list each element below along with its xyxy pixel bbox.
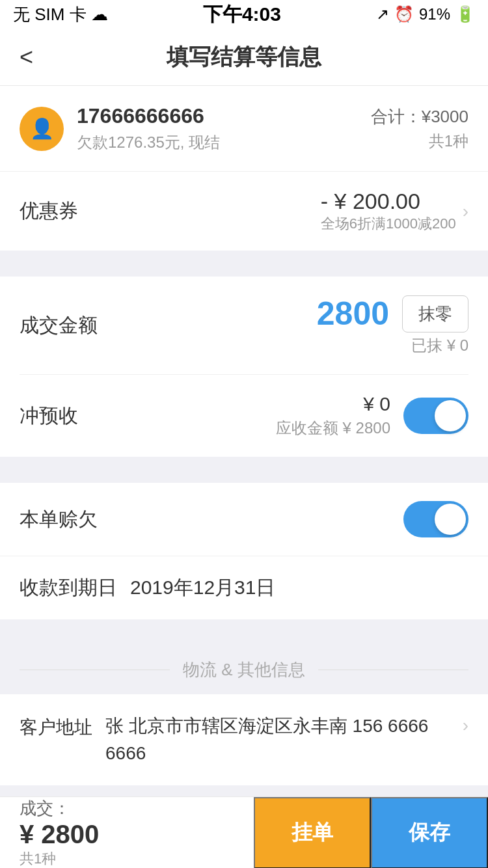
coupon-label: 优惠券 [20, 198, 78, 224]
status-right: ↗ ⏰ 91% 🔋 [376, 5, 475, 23]
transaction-amount-row: 成交金额 2800 抹零 已抹 ¥ 0 [20, 277, 468, 375]
nav-bar: < 填写结算等信息 [0, 29, 488, 86]
transaction-sub: 已抹 ¥ 0 [317, 335, 468, 356]
status-left: 无 SIM 卡 ☁ [13, 3, 108, 26]
address-label: 客户地址 [20, 712, 92, 740]
separator-3 [0, 632, 488, 645]
header-line-left [20, 670, 170, 670]
total-label: 合计：¥3000 [371, 105, 468, 128]
transaction-right: 2800 抹零 [317, 295, 468, 332]
coupon-right: - ¥ 200.00 全场6折满1000减200 › [321, 189, 468, 234]
pending-button[interactable]: 挂单 [254, 797, 371, 869]
debt-row: 本单赊欠 [0, 483, 488, 556]
customer-row: 👤 17666666666 欠款1276.35元, 现结 合计：¥3000 共1… [0, 86, 488, 171]
bottom-amount: ¥ 2800 [20, 820, 234, 849]
page-title: 填写结算等信息 [167, 42, 321, 72]
content: 👤 17666666666 欠款1276.35元, 现结 合计：¥3000 共1… [0, 86, 488, 868]
status-time: 下午4:03 [203, 1, 281, 28]
separator-2 [0, 470, 488, 483]
customer-info: 17666666666 欠款1276.35元, 现结 [77, 104, 220, 153]
prepay-amount: ¥ 0 [276, 393, 390, 415]
duedate-value: 2019年12月31日 [130, 575, 275, 601]
debt-label: 本单赊欠 [20, 506, 98, 533]
avatar: 👤 [20, 107, 64, 151]
prepay-toggle[interactable] [403, 398, 468, 434]
bottom-deal-label: 成交： [20, 797, 234, 820]
separator-1 [0, 264, 488, 277]
save-button[interactable]: 保存 [371, 797, 488, 869]
customer-total: 合计：¥3000 共1种 [371, 105, 468, 152]
amount-section: 成交金额 2800 抹零 已抹 ¥ 0 冲预收 ¥ 0 应收金额 ¥ 2800 [0, 277, 488, 457]
coupon-desc: 全场6折满1000减200 [321, 214, 456, 234]
address-row[interactable]: 客户地址 张 北京市市辖区海淀区永丰南 156 6666 6666 › [0, 694, 488, 785]
bottom-bar: 成交： ¥ 2800 共1种 挂单 保存 [0, 796, 488, 868]
status-bar: 无 SIM 卡 ☁ 下午4:03 ↗ ⏰ 91% 🔋 [0, 0, 488, 29]
sim-status: 无 SIM 卡 ☁ [13, 3, 108, 26]
customer-left: 👤 17666666666 欠款1276.35元, 现结 [20, 104, 220, 153]
battery-icon: 🔋 [455, 5, 475, 23]
location-icon: ↗ [376, 5, 389, 23]
debt-toggle[interactable] [403, 501, 468, 537]
customer-phone: 17666666666 [77, 104, 220, 128]
prepay-sub: 应收金额 ¥ 2800 [276, 418, 390, 439]
battery-level: 91% [419, 5, 450, 23]
customer-debt: 欠款1276.35元, 现结 [77, 132, 220, 153]
round-button[interactable]: 抹零 [402, 295, 468, 332]
back-button[interactable]: < [20, 44, 33, 71]
header-line-right [318, 670, 468, 670]
chevron-right-icon: › [463, 201, 468, 222]
prepay-values: ¥ 0 应收金额 ¥ 2800 [276, 393, 390, 439]
address-chevron: › [463, 712, 468, 736]
customer-card: 👤 17666666666 欠款1276.35元, 现结 合计：¥3000 共1… [0, 86, 488, 251]
prepay-row: 冲预收 ¥ 0 应收金额 ¥ 2800 [20, 375, 468, 457]
duedate-label: 收款到期日 [20, 575, 117, 601]
transaction-value[interactable]: 2800 [317, 295, 389, 332]
transaction-label: 成交金额 [20, 312, 98, 339]
bottom-count: 共1种 [20, 849, 234, 869]
coupon-discount: - ¥ 200.00 [321, 189, 456, 214]
alarm-icon: ⏰ [394, 5, 414, 23]
debt-card: 本单赊欠 收款到期日 2019年12月31日 [0, 483, 488, 619]
bottom-summary: 成交： ¥ 2800 共1种 [0, 797, 254, 869]
address-value: 张 北京市市辖区海淀区永丰南 156 6666 6666 [105, 712, 463, 767]
prepay-label: 冲预收 [20, 403, 78, 429]
coupon-row[interactable]: 优惠券 - ¥ 200.00 全场6折满1000减200 › [0, 171, 488, 251]
prepay-right: ¥ 0 应收金额 ¥ 2800 [276, 393, 468, 439]
section-header: 物流 & 其他信息 [0, 645, 488, 694]
duedate-row: 收款到期日 2019年12月31日 [0, 556, 488, 619]
total-count: 共1种 [371, 131, 468, 152]
section-header-text: 物流 & 其他信息 [183, 658, 305, 681]
